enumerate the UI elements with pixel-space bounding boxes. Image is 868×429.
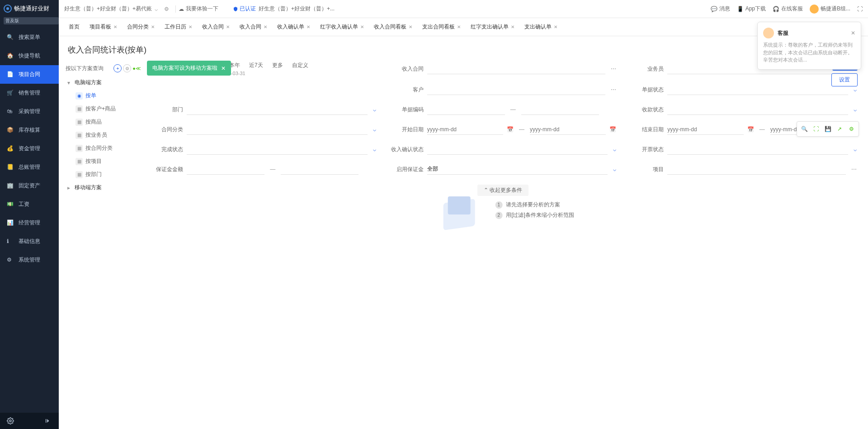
- messages-button[interactable]: 💬 消息: [711, 5, 730, 13]
- export-icon[interactable]: ↗: [834, 124, 845, 134]
- scheme-group-pc[interactable]: ▾ 电脑端方案: [66, 76, 141, 89]
- chevron-down-icon[interactable]: ⌵: [613, 166, 616, 172]
- collapse-panel-icon[interactable]: ●≪: [132, 66, 141, 72]
- select-bill-status[interactable]: [667, 85, 848, 95]
- select-use-deposit[interactable]: [427, 164, 608, 175]
- close-tab-icon[interactable]: ✕: [264, 24, 267, 29]
- sidebar-item-12[interactable]: ⚙系统管理: [0, 251, 59, 269]
- sidebar-item-3[interactable]: 🛒销售管理: [0, 84, 59, 102]
- tab-9[interactable]: 支出合同看板✕: [418, 19, 465, 34]
- tab-1[interactable]: 项目看板✕: [85, 19, 122, 34]
- input-income-contract[interactable]: [427, 64, 606, 74]
- config-icon[interactable]: ⚙: [846, 124, 857, 134]
- calendar-icon[interactable]: 📅: [747, 126, 754, 133]
- product-selector[interactable]: 好生意（普）+好业财（普）+易代账: [64, 5, 152, 13]
- input-start-date-to[interactable]: [530, 124, 606, 135]
- scheme-item-6[interactable]: ▦按部门: [66, 168, 141, 181]
- chevron-down-icon[interactable]: ⌵: [854, 86, 857, 93]
- chevron-down-icon[interactable]: ⌵: [854, 146, 857, 153]
- scheme-item-5[interactable]: ▦按项目: [66, 155, 141, 168]
- select-receipt-status[interactable]: [667, 105, 848, 115]
- settings-button[interactable]: 设置: [831, 73, 858, 86]
- sidebar-item-4[interactable]: 🛍采购管理: [0, 102, 59, 121]
- input-project[interactable]: [667, 164, 846, 175]
- scheme-group-mobile[interactable]: ▸ 移动端方案: [66, 181, 141, 194]
- add-scheme-icon[interactable]: +: [113, 64, 122, 72]
- input-deposit-from[interactable]: [187, 164, 264, 175]
- tab-4[interactable]: 收入合同✕: [198, 19, 234, 34]
- close-tab-icon[interactable]: ✕: [360, 24, 364, 29]
- more-icon[interactable]: ⋯: [611, 86, 616, 93]
- sidebar-item-6[interactable]: 💰资金管理: [0, 139, 59, 158]
- close-tab-icon[interactable]: ✕: [307, 24, 310, 29]
- date-tab-近7天[interactable]: 近7天: [246, 61, 266, 70]
- close-tip-icon[interactable]: ✕: [221, 65, 226, 72]
- collapse-sidebar-icon[interactable]: [45, 417, 52, 424]
- close-tab-icon[interactable]: ✕: [457, 24, 461, 29]
- select-complete-status[interactable]: [187, 144, 368, 155]
- close-tab-icon[interactable]: ✕: [511, 24, 514, 29]
- sidebar-item-7[interactable]: 📒总账管理: [0, 158, 59, 176]
- settings-icon[interactable]: [7, 417, 14, 424]
- sidebar-item-9[interactable]: 💵工资: [0, 195, 59, 214]
- chevron-down-icon[interactable]: ⌵: [854, 106, 857, 113]
- sidebar-item-2[interactable]: 📄项目合同: [0, 65, 59, 84]
- close-tab-icon[interactable]: ✕: [554, 24, 557, 29]
- tab-3[interactable]: 工作日历✕: [160, 19, 197, 34]
- select-department[interactable]: [187, 105, 368, 115]
- tab-8[interactable]: 收入合同看板✕: [369, 19, 417, 34]
- calendar-icon[interactable]: 📅: [507, 126, 514, 133]
- tab-10[interactable]: 红字支出确认单✕: [466, 19, 519, 34]
- tab-5[interactable]: 收入合同✕: [235, 19, 272, 34]
- more-icon[interactable]: ⋯: [611, 66, 616, 72]
- scheme-gear-icon[interactable]: ⚙: [123, 64, 131, 72]
- chevron-down-icon[interactable]: ⌵: [613, 146, 616, 153]
- input-bill-code-from[interactable]: [427, 105, 505, 115]
- scheme-item-0[interactable]: ◉按单: [66, 89, 141, 102]
- sidebar-item-8[interactable]: 🏢固定资产: [0, 176, 59, 195]
- tab-0[interactable]: 首页: [64, 19, 84, 34]
- sidebar-item-0[interactable]: 🔍搜索菜单: [0, 28, 59, 47]
- tab-6[interactable]: 收入确认单✕: [273, 19, 315, 34]
- input-start-date-from[interactable]: [427, 124, 503, 135]
- chevron-down-icon[interactable]: ⌵: [373, 126, 376, 133]
- input-deposit-to[interactable]: [281, 164, 359, 175]
- save-icon[interactable]: 💾: [822, 124, 833, 134]
- fullscreen-icon[interactable]: ⛶: [857, 6, 863, 12]
- close-tab-icon[interactable]: ✕: [151, 24, 155, 29]
- sidebar-item-5[interactable]: 📦库存核算: [0, 121, 59, 139]
- chevron-down-icon[interactable]: ⌵: [373, 106, 376, 113]
- scheme-item-4[interactable]: ▦按合同分类: [66, 142, 141, 155]
- calendar-icon[interactable]: 📅: [609, 126, 616, 133]
- select-contract-class[interactable]: [187, 124, 368, 135]
- date-tab-自定义[interactable]: 自定义: [289, 61, 311, 70]
- sidebar-item-11[interactable]: ℹ基础信息: [0, 232, 59, 251]
- sidebar-item-10[interactable]: 📊经营管理: [0, 214, 59, 232]
- app-download-button[interactable]: 📱 App下载: [737, 5, 766, 13]
- input-bill-code-to[interactable]: [521, 105, 599, 115]
- scheme-item-1[interactable]: ▦按客户+商品: [66, 102, 141, 115]
- input-end-date-from[interactable]: [667, 124, 743, 135]
- chevron-down-icon[interactable]: ⌵: [155, 6, 158, 12]
- expand-icon[interactable]: ⛶: [811, 124, 821, 134]
- close-tab-icon[interactable]: ✕: [113, 24, 117, 29]
- topbar-gear-icon[interactable]: ⚙: [164, 6, 169, 12]
- close-tab-icon[interactable]: ✕: [189, 24, 192, 29]
- tab-2[interactable]: 合同分类✕: [123, 19, 159, 34]
- close-tab-icon[interactable]: ✕: [409, 24, 412, 29]
- scheme-item-3[interactable]: ▦按业务员: [66, 129, 141, 142]
- input-customer[interactable]: [427, 85, 606, 95]
- tab-7[interactable]: 红字收入确认单✕: [316, 19, 368, 34]
- close-popup-icon[interactable]: ✕: [851, 30, 855, 36]
- scheme-item-2[interactable]: ▦按商品: [66, 115, 141, 129]
- try-button[interactable]: ☁ 我要体验一下: [179, 5, 218, 13]
- online-service-button[interactable]: 🎧 在线客服: [773, 5, 803, 13]
- sidebar-item-1[interactable]: 🏠快捷导航: [0, 47, 59, 65]
- select-confirm-status[interactable]: [427, 144, 608, 155]
- chevron-down-icon[interactable]: ⌵: [373, 146, 376, 153]
- user-menu[interactable]: 畅捷通B组...: [810, 5, 850, 14]
- date-tab-更多[interactable]: 更多: [269, 61, 286, 70]
- zoom-icon[interactable]: 🔍: [799, 124, 810, 134]
- tab-11[interactable]: 支出确认单✕: [520, 19, 562, 34]
- more-icon[interactable]: ⋯: [851, 166, 857, 172]
